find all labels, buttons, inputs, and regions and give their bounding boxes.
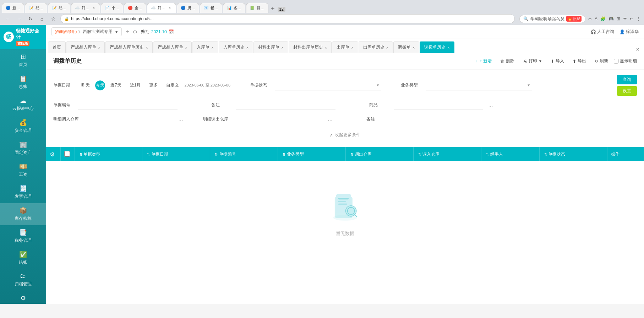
browser-tab-2[interactable]: 📝 易… bbox=[25, 3, 47, 13]
new-btn[interactable]: ＋ + 新增 bbox=[471, 57, 495, 66]
th-handler[interactable]: ⇅ 经手人 bbox=[481, 147, 539, 161]
menu-icon[interactable]: ⋮ bbox=[636, 16, 640, 21]
date-yesterday[interactable]: 昨天 bbox=[78, 81, 93, 90]
tab-close-4[interactable]: × bbox=[91, 6, 96, 11]
biz-type-select[interactable] bbox=[426, 80, 527, 90]
nav-tab-close-1[interactable]: × bbox=[98, 45, 100, 50]
detail-note-input[interactable] bbox=[391, 114, 480, 124]
search-bar[interactable]: 🔍 学霸应聘场驱鸟员 🔥 热搜 bbox=[519, 15, 585, 23]
nav-tab-warehouse-in[interactable]: 入库单 × bbox=[192, 41, 218, 53]
sidebar-item-inventory[interactable]: 📦 库存核算 bbox=[0, 203, 46, 225]
sidebar-item-salary[interactable]: 💴 工资 bbox=[0, 159, 46, 181]
note-input[interactable] bbox=[236, 100, 335, 110]
close-all-tabs-btn[interactable]: × bbox=[633, 46, 642, 53]
goods-input[interactable] bbox=[394, 100, 483, 110]
nav-tab-close-3[interactable]: × bbox=[185, 45, 187, 50]
nav-tab-close-10[interactable]: × bbox=[413, 45, 415, 50]
nav-tab-close-9[interactable]: × bbox=[386, 45, 388, 50]
sidebar-item-tax[interactable]: 📑 税务管理 bbox=[0, 225, 46, 247]
detail-in-ellipsis[interactable]: … bbox=[178, 116, 183, 122]
nav-tab-transfer-hist[interactable]: 调拨单历史 × bbox=[420, 41, 454, 53]
nav-tab-product-in2[interactable]: 产成品入库单 × bbox=[153, 41, 192, 53]
undo-icon[interactable]: ↩ bbox=[630, 16, 633, 21]
th-biz-type[interactable]: ⇅ 业务类型 bbox=[278, 147, 346, 161]
sidebar-item-finance[interactable]: 💰 资金管理 bbox=[0, 115, 46, 137]
browser-tab-5[interactable]: 📄 个… bbox=[101, 3, 123, 13]
nav-tab-close-4[interactable]: × bbox=[211, 45, 213, 50]
browser-tab-9[interactable]: 📧 畅… bbox=[200, 3, 222, 13]
status-select[interactable] bbox=[275, 80, 376, 90]
doc-no-input[interactable] bbox=[78, 100, 178, 110]
th-settings[interactable]: ⚙ bbox=[46, 147, 60, 161]
add-company-btn[interactable]: + bbox=[125, 28, 129, 35]
browser-tab-8[interactable]: 🔵 腾… bbox=[177, 3, 199, 13]
export-btn[interactable]: ⬆ 导出 bbox=[570, 57, 589, 66]
nav-tab-warehouse-in-hist[interactable]: 入库单历史 × bbox=[219, 41, 253, 53]
nav-tab-out-hist[interactable]: 出库单历史 × bbox=[359, 41, 393, 53]
th-doc-status[interactable]: ⇅ 单据状态 bbox=[539, 147, 607, 161]
calendar-icon[interactable]: 📅 bbox=[169, 29, 174, 34]
browser-tab-3[interactable]: 📝 易… bbox=[48, 3, 70, 13]
nav-tab-home[interactable]: 首页 bbox=[48, 41, 66, 53]
th-checkbox[interactable] bbox=[60, 147, 75, 161]
nav-tab-close-11[interactable]: × bbox=[447, 45, 449, 50]
display-detail-toggle[interactable]: 显示明细 bbox=[614, 58, 637, 64]
refresh-btn[interactable]: ↻ 刷新 bbox=[592, 57, 611, 66]
nav-tab-close-7[interactable]: × bbox=[325, 45, 327, 50]
tab-close-7[interactable]: × bbox=[167, 6, 172, 11]
date-7days[interactable]: 近7天 bbox=[107, 81, 125, 90]
sidebar-item-settings[interactable]: ⚙ 基础设置 bbox=[0, 291, 46, 304]
browser-tab-1[interactable]: 🔵 新… bbox=[2, 3, 24, 13]
home-btn[interactable]: ⌂ bbox=[38, 15, 46, 23]
service-btn[interactable]: 🎧 人工咨询 bbox=[591, 29, 614, 35]
date-today[interactable]: 今天 bbox=[95, 80, 105, 90]
refresh-browser-btn[interactable]: ↻ bbox=[26, 15, 35, 23]
print-dropdown-icon[interactable]: ▼ bbox=[539, 59, 542, 63]
date-more[interactable]: 更多 bbox=[146, 81, 161, 90]
sidebar-item-assets[interactable]: 🏢 固定资产 bbox=[0, 137, 46, 159]
th-doc-type[interactable]: ⇅ 单据类型 bbox=[75, 147, 142, 161]
new-tab-btn[interactable]: + bbox=[271, 5, 275, 13]
import-btn[interactable]: ⬇ 导入 bbox=[548, 57, 567, 66]
detail-in-input[interactable] bbox=[84, 114, 173, 124]
nav-tab-close-8[interactable]: × bbox=[351, 45, 353, 50]
nav-tab-product-in[interactable]: 产成品入库单 × bbox=[66, 41, 105, 53]
detail-out-input[interactable] bbox=[234, 114, 322, 124]
url-bar[interactable]: 🔒 https://cloud.chanjet.com/accounting/u… bbox=[60, 14, 515, 23]
th-doc-no[interactable]: ⇅ 单据编号 bbox=[210, 147, 278, 161]
delete-btn[interactable]: 🗑 删除 bbox=[497, 57, 517, 66]
back-btn[interactable]: ← bbox=[4, 15, 12, 23]
sidebar-item-archive[interactable]: 🗂 归档管理 bbox=[0, 269, 46, 291]
translate-icon[interactable]: A bbox=[595, 16, 597, 21]
sidebar-item-home[interactable]: ⊞ 首页 bbox=[0, 49, 46, 71]
sidebar-item-close[interactable]: ✅ 结账 bbox=[0, 247, 46, 269]
detail-out-ellipsis[interactable]: … bbox=[328, 116, 333, 122]
goods-ellipsis[interactable]: … bbox=[488, 102, 493, 108]
sidebar-item-reports[interactable]: ☁ 云报表中心 bbox=[0, 93, 46, 115]
date-1month[interactable]: 近1月 bbox=[127, 81, 144, 90]
nav-tab-transfer[interactable]: 调拨单 × bbox=[393, 41, 419, 53]
company-selector[interactable]: (勿删勿禁用) 江西服宝测试专用 ▼ bbox=[51, 27, 122, 36]
browser-tab-4[interactable]: ☁️ 好… × bbox=[71, 3, 100, 13]
sidebar-item-invoice[interactable]: 🧾 发票管理 bbox=[0, 181, 46, 203]
game-icon[interactable]: 🎮 bbox=[608, 16, 614, 21]
table-settings-icon[interactable]: ⚙ bbox=[50, 151, 55, 157]
forward-btn[interactable]: → bbox=[15, 15, 23, 23]
nav-tab-mat-out[interactable]: 材料出库单 × bbox=[253, 41, 288, 53]
theme-icon[interactable]: ☀ bbox=[623, 16, 627, 21]
setting-btn[interactable]: 设置 bbox=[617, 86, 637, 96]
bookmark-btn[interactable]: ☆ bbox=[49, 15, 58, 23]
date-custom[interactable]: 自定义 bbox=[163, 81, 182, 90]
print-btn[interactable]: 🖨 打印 ▼ bbox=[520, 57, 545, 66]
browser-tab-7[interactable]: ☁️ 好… × bbox=[147, 3, 176, 13]
th-doc-date[interactable]: ⇅ 单据日期 bbox=[142, 147, 210, 161]
nav-tab-mat-out-hist[interactable]: 材料出库单历史 × bbox=[289, 41, 332, 53]
browser-tab-10[interactable]: 📊 各… bbox=[223, 3, 245, 13]
display-detail-checkbox[interactable] bbox=[614, 59, 618, 63]
browser-tab-11[interactable]: 📗 目… bbox=[246, 3, 268, 13]
nav-tab-out[interactable]: 出库单 × bbox=[332, 41, 358, 53]
th-out-warehouse[interactable]: ⇅ 调出仓库 bbox=[346, 147, 414, 161]
period-value[interactable]: 2021-10 bbox=[151, 29, 167, 34]
company-settings-btn[interactable]: ⚙ bbox=[133, 29, 137, 35]
nav-tab-product-in-hist[interactable]: 产成品入库单历史 × bbox=[105, 41, 152, 53]
